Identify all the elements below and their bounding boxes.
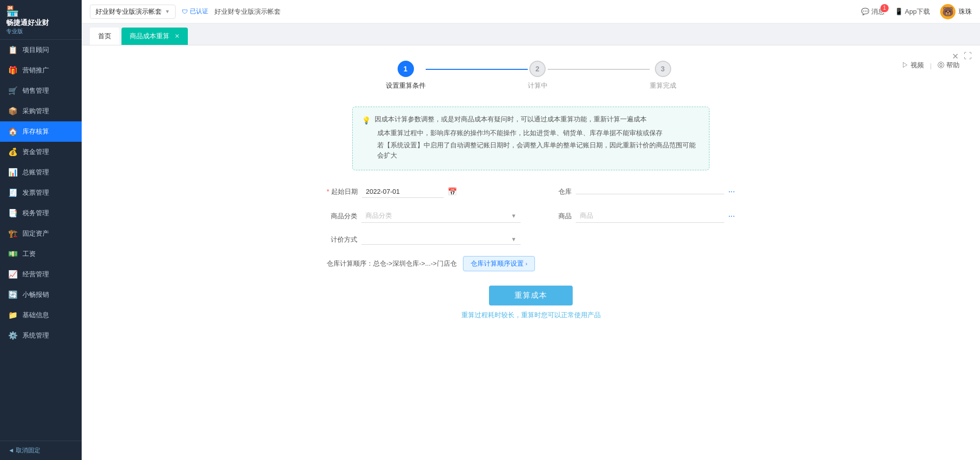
category-label: 商品分类 (327, 212, 357, 221)
avatar[interactable]: 🐻 (940, 4, 955, 19)
notice-row-1: 💡 因成本计算参数调整，或是对商品成本有疑问时，可以通过成本重算功能，重新计算一… (362, 114, 700, 126)
form-row-1: * 起始日期 📅 仓库 ··· (327, 186, 735, 198)
chevron-down-icon: ▼ (511, 213, 517, 219)
sidebar-item-tax[interactable]: 📑 税务管理 (0, 203, 82, 223)
sidebar-item-basic[interactable]: 📁 基础信息 (0, 305, 82, 325)
sidebar-item-project[interactable]: 📋 项目顾问 (0, 40, 82, 60)
start-date-input[interactable] (362, 186, 444, 198)
warehouse-order-row: 仓库计算顺序：总仓->深圳仓库->...->门店仓 仓库计算顺序设置 › (327, 256, 735, 271)
message-icon: 💬 (861, 8, 869, 15)
sidebar-item-label: 税务管理 (22, 209, 49, 218)
warehouse-order-btn[interactable]: 仓库计算顺序设置 › (463, 256, 535, 271)
top-bar-right: 💬 消息 1 📱 App下载 🐻 珠珠 (861, 4, 972, 19)
sidebar-item-label: 经营管理 (22, 270, 49, 279)
close-panel-icon[interactable]: ✕ (952, 52, 959, 61)
tab-recalc[interactable]: 商品成本重算 ✕ (121, 28, 188, 45)
connector-1-2 (426, 69, 528, 70)
notice-indent-3 (362, 140, 373, 161)
warehouse-more-icon[interactable]: ··· (728, 187, 735, 196)
start-date-label: * 起始日期 (327, 187, 358, 196)
inventory-icon: 🏠 (8, 127, 17, 136)
user-menu[interactable]: 🐻 珠珠 (940, 4, 972, 19)
tax-icon: 📑 (8, 209, 17, 218)
user-name: 珠珠 (959, 7, 972, 16)
sidebar-item-label: 小畅报销 (22, 290, 49, 299)
verified-badge: 🛡 已认证 (182, 7, 208, 16)
help-area: ▷ 视频 | ⓪ 帮助 (902, 61, 960, 70)
product-placeholder: 商品 (576, 209, 724, 223)
sidebar-item-marketing[interactable]: 🎁 营销推广 (0, 60, 82, 81)
step-2: 2 计算中 (528, 61, 548, 90)
unpin-label: ◄ 取消固定 (8, 446, 40, 455)
sidebar-item-sales[interactable]: 🛒 销售管理 (0, 81, 82, 101)
sidebar-unpin[interactable]: ◄ 取消固定 (0, 441, 82, 460)
sidebar-item-label: 工资 (22, 249, 36, 259)
notice-text-1: 因成本计算参数调整，或是对商品成本有疑问时，可以通过成本重算功能，重新计算一遍成… (375, 114, 647, 126)
top-bar: 好业财专业版演示帐套 ▼ 🛡 已认证 好业财专业版演示帐套 💬 消息 1 📱 A… (82, 0, 980, 23)
help-link[interactable]: ⓪ 帮助 (938, 61, 960, 70)
app-name: 畅捷通好业财 (6, 18, 76, 28)
marketing-icon: 🎁 (8, 66, 17, 75)
sidebar-item-payroll[interactable]: 💵 工资 (0, 244, 82, 264)
recalc-area: 重算成本 重算过程耗时较长，重算时您可以正常使用产品 (327, 286, 735, 320)
video-help-link[interactable]: ▷ 视频 (902, 61, 924, 70)
panel-controls: ✕ ⛶ (952, 52, 972, 61)
form-field-start-date: * 起始日期 📅 (327, 186, 521, 198)
required-star: * (327, 188, 329, 195)
category-select[interactable]: 商品分类 ▼ (361, 209, 521, 223)
pricing-select[interactable]: ▼ (361, 234, 521, 245)
step-circle-3: 3 (655, 61, 671, 77)
notice-row-3: 若【系统设置】中启用了自动调整记账日期时，会调整入库单的整单记账日期，因此重新计… (362, 140, 700, 161)
sidebar-item-purchase[interactable]: 📦 采购管理 (0, 101, 82, 121)
sidebar-item-assets[interactable]: 🏗️ 固定资产 (0, 223, 82, 244)
message-badge: 1 (880, 4, 889, 12)
sidebar-item-expense[interactable]: 🔄 小畅报销 (0, 285, 82, 305)
connector-2-3 (548, 69, 650, 70)
step-label-1: 设置重算条件 (386, 81, 426, 90)
content-panel: ✕ ⛶ 1 设置重算条件 2 计算中 (82, 45, 980, 460)
notice-text-3: 若【系统设置】中启用了自动调整记账日期时，会调整入库单的整单记账日期，因此重新计… (377, 140, 700, 161)
operation-icon: 📈 (8, 270, 17, 279)
accounting-icon: 📊 (8, 168, 17, 177)
sidebar-item-label: 固定资产 (22, 229, 49, 238)
recalc-button[interactable]: 重算成本 (489, 286, 573, 305)
sidebar-item-system[interactable]: ⚙️ 系统管理 (0, 325, 82, 346)
sidebar-item-inventory[interactable]: 🏠 库存核算 (0, 121, 82, 142)
sidebar-nav: 📋 项目顾问 🎁 营销推广 🛒 销售管理 📦 采购管理 🏠 库存核算 💰 资金管… (0, 40, 82, 441)
system-icon: ⚙️ (8, 331, 17, 340)
close-tab-icon[interactable]: ✕ (175, 33, 180, 40)
tab-bar: 首页 商品成本重算 ✕ (82, 23, 980, 45)
sidebar-item-label: 营销推广 (22, 66, 49, 75)
tab-home[interactable]: 首页 (90, 28, 119, 45)
warehouse-order-btn-label: 仓库计算顺序设置 (471, 259, 524, 268)
form-row-2: 商品分类 商品分类 ▼ 商品 商品 ··· (327, 209, 735, 223)
expand-panel-icon[interactable]: ⛶ (964, 52, 972, 61)
basic-icon: 📁 (8, 311, 17, 320)
step-label-3: 重算完成 (650, 81, 676, 90)
payroll-icon: 💵 (8, 249, 17, 259)
shield-icon: 🛡 (182, 8, 188, 15)
app-edition: 专业版 (6, 28, 76, 35)
sidebar-item-invoice[interactable]: 🧾 发票管理 (0, 183, 82, 203)
main-area: 好业财专业版演示帐套 ▼ 🛡 已认证 好业财专业版演示帐套 💬 消息 1 📱 A… (82, 0, 980, 460)
form-field-category: 商品分类 商品分类 ▼ (327, 209, 521, 223)
app-icon: 🏪 (6, 5, 76, 17)
sidebar-item-accounting[interactable]: 📊 总账管理 (0, 162, 82, 183)
sidebar-item-operation[interactable]: 📈 经营管理 (0, 264, 82, 285)
sidebar-item-finance[interactable]: 💰 资金管理 (0, 142, 82, 162)
account-selector[interactable]: 好业财专业版演示帐套 ▼ (90, 5, 176, 19)
sidebar: 🏪 畅捷通好业财 专业版 📋 项目顾问 🎁 营销推广 🛒 销售管理 📦 采购管理… (0, 0, 82, 460)
calendar-icon[interactable]: 📅 (448, 187, 457, 196)
message-button[interactable]: 💬 消息 1 (861, 7, 885, 16)
step-circle-1: 1 (398, 61, 414, 77)
phone-icon: 📱 (895, 8, 903, 15)
expense-icon: 🔄 (8, 290, 17, 299)
assets-icon: 🏗️ (8, 229, 17, 238)
content-body: 1 设置重算条件 2 计算中 3 重算完成 (82, 45, 980, 460)
warehouse-label: 仓库 (541, 187, 572, 196)
product-more-icon[interactable]: ··· (728, 212, 735, 221)
step-circle-2: 2 (529, 61, 546, 77)
app-download-button[interactable]: 📱 App下载 (895, 7, 930, 16)
app-download-label: App下载 (905, 7, 930, 16)
sidebar-item-label: 发票管理 (22, 188, 49, 197)
